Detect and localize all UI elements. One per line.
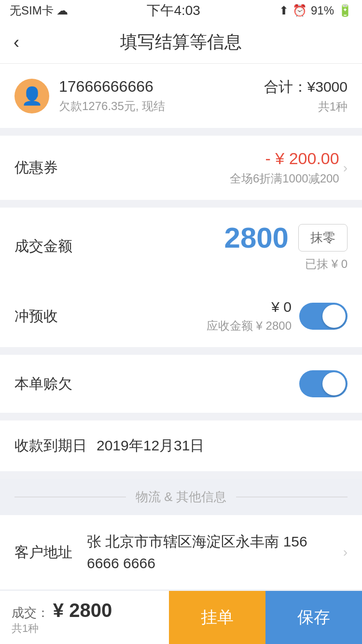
avatar: 👤 [14, 79, 49, 113]
customer-total: 合计：¥3000 共1种 [264, 77, 348, 114]
due-date-value: 2019年12月31日 [97, 436, 204, 456]
chevron-right-icon: › [343, 160, 348, 176]
prepay-label: 冲预收 [14, 307, 58, 326]
address-chevron-icon: › [343, 545, 348, 560]
customer-card: 👤 17666666666 欠款1276.35元, 现结 合计：¥3000 共1… [0, 64, 362, 128]
deal-amount-sub: 已抹 ¥ 0 [305, 256, 348, 272]
prepay-right: ¥ 0 应收金额 ¥ 2800 [207, 299, 292, 334]
defer-toggle-knob [322, 372, 346, 395]
total-count: 共1种 [264, 99, 348, 114]
coupon-discount: - ¥ 200.00 [265, 149, 339, 168]
coupon-label: 优惠券 [14, 158, 58, 178]
nav-bar: ‹ 填写结算等信息 [0, 21, 362, 64]
deal-amount-number: 2800 [224, 221, 289, 254]
address-chevron: › [339, 545, 348, 560]
prepay-controls: ¥ 0 应收金额 ¥ 2800 [207, 299, 348, 334]
divider-line-right [236, 497, 348, 497]
bottom-deal-amount: ¥ 2800 [53, 600, 112, 621]
save-button[interactable]: 保存 [265, 591, 362, 644]
status-bar: 无SIM卡 ☁ 下午4:03 ⬆ ⏰ 91% 🔋 [0, 0, 362, 21]
address-row[interactable]: 客户地址 张 北京市市辖区海淀区永丰南 156 6666 6666 › [0, 515, 362, 589]
status-right: ⬆ ⏰ 91% 🔋 [279, 4, 352, 17]
status-left: 无SIM卡 ☁ [10, 3, 68, 18]
bottom-deal-label: 成交： [12, 605, 49, 620]
prepay-row: 冲预收 ¥ 0 应收金额 ¥ 2800 [0, 285, 362, 347]
battery-icon: 🔋 [338, 4, 352, 17]
deal-amount-row: 成交金额 2800 抹零 已抹 ¥ 0 [0, 208, 362, 285]
deal-amount-section: 成交金额 2800 抹零 已抹 ¥ 0 冲预收 ¥ 0 应收金额 ¥ 2800 [0, 208, 362, 347]
customer-phone: 17666666666 [59, 78, 165, 96]
location-icon: ⬆ [279, 4, 289, 17]
defer-toggle[interactable] [299, 370, 348, 397]
defer-row: 本单赊欠 [0, 355, 362, 413]
coupon-desc: 全场6折满1000减200 [230, 171, 339, 186]
bottom-summary: 成交： ¥ 2800 共1种 [0, 600, 169, 636]
address-value: 张 北京市市辖区海淀区永丰南 156 6666 6666 [87, 531, 339, 574]
customer-left: 👤 17666666666 欠款1276.35元, 现结 [14, 78, 165, 114]
coupon-row[interactable]: 优惠券 - ¥ 200.00 全场6折满1000减200 › [0, 136, 362, 200]
toggle-knob [322, 305, 346, 328]
deal-amount-label: 成交金额 [14, 237, 72, 256]
due-date-label: 收款到期日 [14, 436, 87, 456]
prepay-sub: 应收金额 ¥ 2800 [207, 318, 292, 334]
bottom-deal-count: 共1种 [12, 621, 157, 636]
divider-section: 物流 & 其他信息 [0, 479, 362, 515]
prepay-toggle[interactable] [299, 303, 348, 330]
round-zero-button[interactable]: 抹零 [298, 224, 348, 252]
alarm-icon: ⏰ [292, 4, 307, 17]
battery-text: 91% [311, 4, 334, 17]
hang-order-button[interactable]: 挂单 [169, 591, 265, 644]
avatar-icon: 👤 [21, 86, 43, 106]
prepay-amount: ¥ 0 [271, 299, 292, 315]
bottom-deal-row: 成交： ¥ 2800 [12, 600, 157, 621]
main-content: 👤 17666666666 欠款1276.35元, 现结 合计：¥3000 共1… [0, 64, 362, 644]
address-label: 客户地址 [14, 543, 72, 562]
page-title: 填写结算等信息 [120, 30, 242, 54]
customer-info: 17666666666 欠款1276.35元, 现结 [59, 78, 165, 114]
coupon-right: - ¥ 200.00 全场6折满1000减200 [230, 149, 339, 186]
defer-label: 本单赊欠 [14, 374, 72, 394]
divider-text: 物流 & 其他信息 [126, 489, 236, 505]
bottom-bar: 成交： ¥ 2800 共1种 挂单 保存 [0, 591, 362, 644]
sim-text: 无SIM卡 ☁ [10, 3, 68, 18]
customer-debt: 欠款1276.35元, 现结 [59, 98, 165, 114]
status-time: 下午4:03 [147, 1, 200, 20]
due-date-row: 收款到期日 2019年12月31日 [0, 420, 362, 471]
divider-line-left [14, 497, 126, 497]
back-button[interactable]: ‹ [14, 32, 19, 53]
amount-main: 2800 抹零 [224, 221, 348, 254]
total-amount: 合计：¥3000 [264, 77, 348, 97]
